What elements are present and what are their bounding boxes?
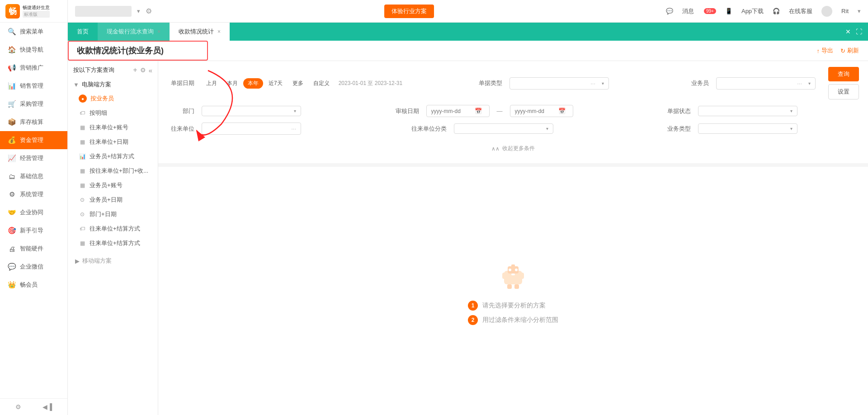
tab-bank-flow-close[interactable]: ×	[157, 28, 160, 35]
topbar-right: 💬 消息 99+ 📱 App下载 🎧 在线客服 Rit ▾	[666, 6, 861, 17]
sidebar-item-inventory[interactable]: 📦 库存核算	[0, 113, 67, 131]
user-dropdown-icon[interactable]: ▾	[858, 8, 861, 14]
sidebar-logo: 畅 畅捷通好生意 标准版	[0, 0, 67, 23]
tab-collection-stats[interactable]: 收款情况统计 ×	[170, 23, 230, 41]
empty-step-2: 2 用过滤条件来缩小分析范围	[468, 315, 558, 325]
export-label: 导出	[821, 47, 833, 55]
solution-item-salesperson-account[interactable]: ▦ 业务员+账号	[68, 178, 158, 193]
sidebar-item-quick-nav[interactable]: 🏠 快捷导航	[0, 41, 67, 59]
date-tab-custom[interactable]: 自定义	[309, 78, 334, 89]
footer-settings-btn[interactable]: ⚙	[15, 403, 21, 410]
empty-state-area: 1 请先选择要分析的方案 2 用过滤条件来缩小分析范围	[158, 167, 868, 415]
sidebar-item-operation[interactable]: 📈 经营管理	[0, 149, 67, 167]
bill-type-select[interactable]: ··· ▾	[509, 77, 609, 90]
topbar-dropdown-icon[interactable]: ▾	[137, 8, 140, 14]
tab-home[interactable]: 首页	[68, 23, 98, 41]
topbar-gear-icon[interactable]: ⚙	[146, 7, 152, 15]
sidebar-item-label: 企业协同	[20, 208, 43, 217]
review-date-start-input[interactable]: 📅	[426, 105, 490, 117]
solution-item-by-detail[interactable]: 🏷 按明细	[68, 106, 158, 120]
query-button[interactable]: 查询	[828, 67, 859, 81]
solution-item-by-salesperson[interactable]: ● 按业务员	[68, 91, 158, 106]
system-gear-icon: ⚙	[7, 190, 16, 199]
panel-settings-btn[interactable]: ⚙	[140, 66, 146, 74]
desktop-group-header[interactable]: ▼ 电脑端方案	[68, 78, 158, 91]
sidebar-item-purchase[interactable]: 🛒 采购管理	[0, 95, 67, 113]
window-close-btn[interactable]: ✕	[844, 28, 852, 35]
unit-category-chevron: ▾	[546, 126, 548, 131]
solution-item-unit-settlement2[interactable]: ▦ 往来单位+结算方式	[68, 236, 158, 250]
salesperson-select[interactable]: ··· ▾	[716, 77, 816, 90]
review-date-end-field[interactable]	[515, 108, 556, 114]
collapse-bar[interactable]: ∧∧ 收起更多条件	[167, 140, 859, 157]
solution-item-salesperson-date[interactable]: ⊙ 业务员+日期	[68, 193, 158, 207]
date-separator: —	[497, 108, 503, 114]
crown-icon: 👑	[7, 280, 16, 289]
step-1-number: 1	[468, 301, 478, 311]
tag2-icon: 🏷	[79, 225, 86, 232]
solution-item-dept-date[interactable]: ⊙ 部门+日期	[68, 207, 158, 222]
panel-add-btn[interactable]: +	[133, 66, 137, 74]
sidebar-item-sales[interactable]: 📊 销售管理	[0, 77, 67, 95]
salesperson-more-icon[interactable]: ···	[797, 80, 802, 87]
sidebar-item-search[interactable]: 🔍 搜索菜单	[0, 23, 67, 41]
review-date-label: 审核日期	[392, 107, 419, 115]
tab-bank-flow-label: 现金银行流水查询	[107, 28, 154, 36]
solution-item-unit-settlement1[interactable]: 🏷 往来单位+结算方式	[68, 222, 158, 236]
main-area: ▾ ⚙ 体验行业方案 💬 消息 99+ 📱 App下载 🎧 在线客服 Rit ▾…	[68, 0, 868, 415]
mobile-group-label: 移动端方案	[82, 257, 112, 265]
online-service-label[interactable]: 在线客服	[789, 7, 812, 15]
sidebar-item-finance[interactable]: 💰 资金管理	[0, 131, 67, 149]
review-date-start-field[interactable]	[431, 108, 472, 114]
date-tab-prev-month[interactable]: 上月	[202, 78, 222, 89]
review-date-end-input[interactable]: 📅	[510, 105, 573, 117]
sidebar-item-label: 资金管理	[20, 136, 43, 144]
tab-collection-stats-close[interactable]: ×	[217, 28, 221, 35]
settings-button[interactable]: 设置	[828, 84, 859, 99]
filter-area: 单据日期 上月 本月 本年 近7天 更多 自定义 2023-01-01 至 20…	[158, 61, 868, 163]
sidebar-item-wechat[interactable]: 💬 企业微信	[0, 258, 67, 276]
tab-bank-flow[interactable]: 现金银行流水查询 ×	[98, 23, 170, 41]
sidebar-item-member[interactable]: 👑 畅会员	[0, 276, 67, 294]
salesperson-chevron: ▾	[808, 81, 811, 86]
date-tab-more[interactable]: 更多	[288, 78, 308, 89]
panel-collapse-btn[interactable]: «	[149, 66, 152, 74]
refresh-button[interactable]: ↻ 刷新	[840, 47, 859, 55]
solution-item-label: 按业务员	[90, 94, 114, 103]
solution-item-unit-account[interactable]: ▦ 往来单位+账号	[68, 120, 158, 135]
bill-status-select[interactable]: ▾	[698, 106, 797, 116]
trial-button[interactable]: 体验行业方案	[384, 5, 434, 18]
page-header-actions: ↑ 导出 ↻ 刷新	[817, 47, 859, 55]
date-tab-this-year[interactable]: 本年	[243, 78, 263, 89]
date-tab-last7days[interactable]: 近7天	[264, 78, 287, 89]
window-maximize-btn[interactable]: ⛶	[855, 28, 863, 35]
sidebar-item-guide[interactable]: 🎯 新手引导	[0, 222, 67, 240]
sidebar-item-system[interactable]: ⚙ 系统管理	[0, 185, 67, 203]
user-name[interactable]: Rit	[841, 8, 849, 14]
mobile-group-header[interactable]: ▶ 移动端方案	[68, 254, 158, 268]
bill-type-more-icon[interactable]: ···	[590, 80, 595, 87]
footer-collapse-btn[interactable]: ◀▐	[42, 403, 52, 410]
sidebar-item-hardware[interactable]: 🖨 智能硬件	[0, 240, 67, 258]
sidebar-item-enterprise[interactable]: 🤝 企业协同	[0, 203, 67, 222]
solution-item-unit-date[interactable]: ▦ 往来单位+日期	[68, 135, 158, 149]
messages-badge: 99+	[704, 8, 716, 14]
target-icon: 🎯	[7, 226, 16, 235]
active-item-icon: ●	[79, 94, 87, 103]
app-download-label[interactable]: App下载	[741, 7, 764, 15]
sidebar-item-basic[interactable]: 🗂 基础信息	[0, 167, 67, 185]
export-button[interactable]: ↑ 导出	[817, 47, 834, 55]
dept-select[interactable]: ▾	[202, 106, 301, 116]
unit-more-btn[interactable]: ···	[291, 125, 296, 132]
page-header: 收款情况统计(按业务员) ↑ 导出 ↻ 刷新	[68, 41, 868, 61]
sidebar-item-marketing[interactable]: 📢 营销推广	[0, 59, 67, 77]
unit-category-select[interactable]: ▾	[454, 123, 553, 134]
solution-item-unit-dept-collection[interactable]: ▦ 按往来单位+部门+收...	[68, 164, 158, 178]
unit-select[interactable]: ···	[202, 123, 301, 135]
business-type-select[interactable]: ▾	[698, 123, 797, 134]
solution-item-salesperson-settlement[interactable]: 📊 业务员+结算方式	[68, 149, 158, 164]
folder-icon: 🗂	[7, 172, 16, 181]
bill-type-chevron: ▾	[602, 81, 604, 86]
date-tab-this-month[interactable]: 本月	[222, 78, 242, 89]
window-controls: ✕ ⛶	[844, 28, 863, 35]
